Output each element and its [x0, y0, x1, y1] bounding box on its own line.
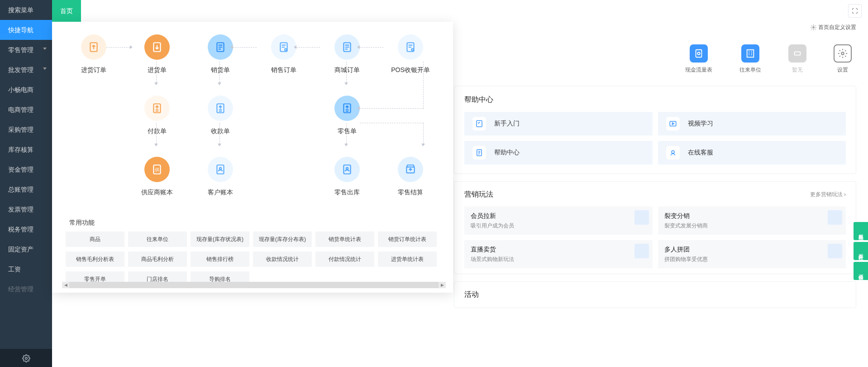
checklist-icon	[475, 120, 483, 128]
help-center-title: 帮助中心	[464, 95, 846, 105]
report-icon	[694, 48, 704, 58]
sidebar-biz-mgmt[interactable]: 经营管理	[0, 279, 52, 299]
activity-panel: 活动	[454, 281, 856, 308]
svg-point-15	[219, 168, 221, 169]
common-payment-stat[interactable]: 付款情况统计	[315, 251, 374, 267]
common-stock-dist[interactable]: 现存量(库存分布表)	[253, 232, 312, 247]
sidebar: 搜索菜单 快捷导航 零售管理 批发管理 小畅电商 电商管理 采购管理 库存核算 …	[0, 0, 52, 367]
sidebar-salary[interactable]: 工资	[0, 259, 52, 279]
flow-customer-book[interactable]: 客户账本	[189, 157, 252, 218]
common-product[interactable]: 商品	[66, 232, 124, 247]
sidebar-search[interactable]: 搜索菜单	[0, 0, 52, 20]
chevron-down-icon	[43, 68, 47, 70]
building-icon	[745, 48, 755, 58]
common-sales-order-stat[interactable]: 销货订单统计表	[378, 232, 437, 247]
sidebar-purchase[interactable]: 采购管理	[0, 120, 52, 140]
svg-rect-23	[795, 52, 801, 55]
sidebar-ledger[interactable]: 总账管理	[0, 179, 52, 199]
help-support[interactable]: 在线客服	[658, 141, 846, 164]
flow-mall-order[interactable]: 商城订单	[315, 34, 379, 96]
fullscreen-button[interactable]	[848, 4, 862, 18]
svg-point-24	[841, 52, 844, 55]
shortcut-icons: 首页自定义设置 现金流量表 往来单位 暂无 设置	[454, 24, 856, 74]
common-product-profit[interactable]: 商品毛利分析	[128, 251, 187, 267]
flow-sales-order[interactable]: 销售订单	[252, 34, 315, 96]
topbar: 首页	[52, 0, 868, 22]
common-sales-stat[interactable]: 销货单统计表	[315, 232, 374, 247]
play-icon	[669, 120, 677, 128]
svg-text:供: 供	[155, 167, 159, 172]
flow-retail-settle[interactable]: 零售结算	[379, 157, 442, 218]
mkt-live[interactable]: 直播卖货场景式购物新玩法	[464, 240, 653, 268]
common-functions-title: 常用功能	[69, 219, 448, 227]
horizontal-scrollbar[interactable]: ◀ ▶	[62, 282, 446, 288]
sidebar-inventory[interactable]: 库存核算	[0, 140, 52, 159]
help-newbie[interactable]: 新手入门	[464, 112, 653, 135]
sidebar-settings[interactable]	[0, 349, 52, 367]
common-stock-status[interactable]: 现存量(库存状况表)	[191, 232, 249, 247]
sidebar-assets[interactable]: 固定资产	[0, 239, 52, 259]
common-purchase-stat[interactable]: 进货单统计表	[378, 251, 437, 267]
common-receipt-stat[interactable]: 收款情况统计	[253, 251, 312, 267]
help-center[interactable]: 帮助中心	[464, 141, 653, 164]
fullscreen-icon	[852, 8, 858, 14]
mkt-group[interactable]: 多人拼团拼团购物享受优惠	[658, 240, 846, 268]
flow-pos[interactable]: POS收银开单	[379, 34, 442, 96]
flow-purchase-order[interactable]: 进货订单	[62, 34, 125, 96]
help-video[interactable]: 视频学习	[658, 112, 846, 135]
svg-point-28	[672, 151, 674, 154]
sidebar-retail[interactable]: 零售管理	[0, 40, 52, 60]
sidebar-invoice[interactable]: 发票管理	[0, 199, 52, 219]
svg-point-21	[697, 52, 700, 55]
svg-point-5	[285, 48, 286, 50]
placeholder-icon	[792, 48, 802, 58]
shortcut-settings[interactable]: 设置	[834, 44, 852, 74]
chevron-right-icon: ›	[844, 191, 846, 198]
marketing-panel: 营销玩法 更多营销玩法 › 会员拉新吸引用户成为会员 裂变分销裂变式发展分销商 …	[454, 181, 856, 274]
flow-sales[interactable]: 销货单	[189, 34, 252, 96]
marketing-more-link[interactable]: 更多营销玩法 ›	[810, 191, 846, 198]
sidebar-funds[interactable]: 资金管理	[0, 159, 52, 179]
common-sales-rank[interactable]: 销售排行榜	[191, 251, 249, 267]
flow-receipt[interactable]: 收款单	[189, 96, 252, 157]
svg-point-0	[25, 357, 27, 360]
float-community[interactable]: 服务社区	[854, 242, 868, 260]
sidebar-quick-nav[interactable]: 快捷导航	[0, 20, 52, 40]
shortcut-cashflow[interactable]: 现金流量表	[685, 44, 712, 74]
sidebar-tax[interactable]: 税务管理	[0, 219, 52, 239]
svg-point-19	[813, 27, 814, 28]
common-partner[interactable]: 往来单位	[128, 232, 187, 247]
sidebar-wholesale[interactable]: 批发管理	[0, 60, 52, 80]
headset-icon	[669, 149, 677, 157]
homepage-custom-settings[interactable]: 首页自定义设置	[811, 24, 856, 31]
doc-icon	[475, 149, 483, 157]
gear-icon	[22, 354, 30, 362]
flow-retail[interactable]: 零售单	[315, 96, 379, 157]
svg-rect-22	[747, 50, 754, 58]
quick-nav-flyout: 进货订单 进货单 销货单 销售订单 商城订单 POS收银开单 付款单 收款单 零…	[52, 22, 453, 293]
flow-retail-out[interactable]: 零售出库	[315, 157, 379, 218]
sidebar-ecom-mgmt[interactable]: 电商管理	[0, 100, 52, 120]
svg-rect-20	[696, 50, 702, 58]
flow-purchase[interactable]: 进货单	[125, 34, 189, 96]
mkt-fission[interactable]: 裂变分销裂变式发展分销商	[658, 207, 846, 235]
scroll-right-icon[interactable]: ▶	[439, 282, 446, 288]
common-sales-profit[interactable]: 销售毛利分析表	[66, 251, 124, 267]
sidebar-ecom-xc[interactable]: 小畅电商	[0, 80, 52, 100]
right-column: 首页自定义设置 现金流量表 往来单位 暂无 设置 帮助中心 新手入门 视频学习 …	[454, 24, 856, 308]
flow-supplier-book[interactable]: 供供应商账本	[125, 157, 189, 218]
marketing-title: 营销玩法	[464, 190, 493, 199]
scroll-thumb[interactable]	[69, 282, 439, 288]
svg-point-17	[346, 168, 348, 169]
shortcut-none[interactable]: 暂无	[788, 44, 806, 74]
svg-point-8	[411, 48, 413, 50]
float-hotline[interactable]: 客服热线	[854, 222, 868, 240]
svg-rect-25	[477, 121, 482, 127]
scroll-left-icon[interactable]: ◀	[62, 282, 69, 288]
activity-title: 活动	[464, 290, 846, 299]
flow-payment[interactable]: 付款单	[125, 96, 189, 157]
float-desktop[interactable]: 桌面快捷	[854, 262, 868, 280]
tab-home[interactable]: 首页	[52, 0, 81, 22]
shortcut-partner[interactable]: 往来单位	[739, 44, 761, 74]
mkt-member[interactable]: 会员拉新吸引用户成为会员	[464, 207, 653, 235]
